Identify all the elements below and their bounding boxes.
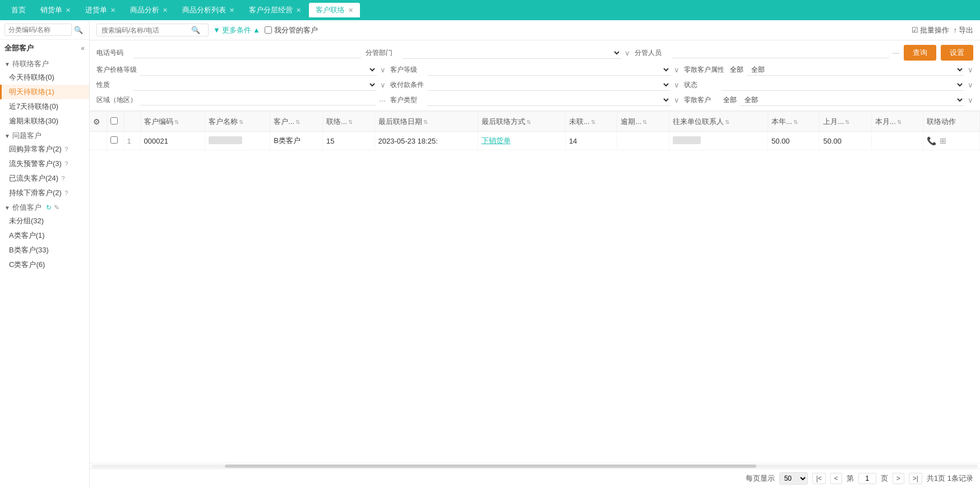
region-label: 区域（地区） <box>96 95 137 105</box>
more-action-icon[interactable]: ⊞ <box>940 136 946 145</box>
sidebar-group-value-customers[interactable]: ▼ 价值客户 ↻ ✎ <box>0 200 89 214</box>
sidebar-group-problem-customers[interactable]: ▼ 问题客户 <box>0 128 89 142</box>
nav-product-analysis-list[interactable]: 商品分析列表 ✕ <box>175 3 241 17</box>
col-contact: 联络... ⇅ <box>323 112 375 132</box>
filter-customer-level: 客户等级 ∨ <box>390 64 679 76</box>
payment-terms-label: 收付款条件 <box>390 80 424 90</box>
sort-icon-overdue[interactable]: ⇅ <box>642 119 647 125</box>
sort-icon-contact[interactable]: ⇅ <box>348 119 353 125</box>
sort-icon[interactable]: ⇅ <box>174 119 179 125</box>
last-page-btn[interactable]: >| <box>909 473 922 484</box>
select-all-checkbox[interactable] <box>110 117 118 125</box>
scrollbar-thumb[interactable] <box>225 464 756 468</box>
settings-icon[interactable]: ⚙ <box>93 117 100 126</box>
filter-row-1: 电话号码 分管部门 ∨ 分管人员 ··· 查询 设置 <box>96 45 973 61</box>
filter-phone: 电话号码 <box>96 48 361 58</box>
sidebar-item-class-a[interactable]: A类客户(1) <box>0 228 89 243</box>
manager-input[interactable] <box>672 48 889 58</box>
nature-select[interactable] <box>133 79 377 91</box>
status-select[interactable] <box>721 79 964 91</box>
per-page-select[interactable]: 50 10 20 100 <box>779 472 808 485</box>
sidebar-group-pending-contact[interactable]: ▼ 待联络客户 <box>0 57 89 70</box>
search-icon[interactable]: 🔍 <box>191 26 200 34</box>
row-num: 1 <box>123 132 140 150</box>
export-btn[interactable]: ↑ 导出 <box>954 25 974 35</box>
filter-scatter-attr: 零散客户属性 全部 全部 ∨ <box>684 64 973 76</box>
sort-icon-this-month[interactable]: ⇅ <box>897 119 902 125</box>
prev-page-btn[interactable]: < <box>830 473 842 484</box>
sort-icon-name[interactable]: ⇅ <box>239 119 243 125</box>
scatter-attr-label: 零散客户属性 <box>684 65 724 75</box>
advanced-filter-panel: 电话号码 分管部门 ∨ 分管人员 ··· 查询 设置 <box>90 40 980 111</box>
col-unit-contact: 往来单位联系人 ⇅ <box>669 112 768 132</box>
row-checkbox <box>107 132 123 150</box>
call-action-icon[interactable]: 📞 <box>927 136 936 145</box>
nav-customer-tiering[interactable]: 客户分层经营 ✕ <box>242 3 308 17</box>
nature-label: 性质 <box>96 80 130 90</box>
first-page-btn[interactable]: |< <box>812 473 826 484</box>
sort-icon-type[interactable]: ⇅ <box>295 119 300 125</box>
sort-icon-no-contact[interactable]: ⇅ <box>591 119 595 125</box>
close-sales-order-icon[interactable]: ✕ <box>66 7 71 14</box>
scatter-customer-select[interactable]: 全部 <box>740 94 964 106</box>
sort-icon-date[interactable]: ⇅ <box>423 119 428 125</box>
customer-level-select[interactable] <box>427 64 671 76</box>
close-customer-contact-icon[interactable]: ✕ <box>348 7 353 14</box>
sidebar-item-tomorrow-contact[interactable]: 明天待联络(1) <box>0 85 89 99</box>
manager-dots-icon[interactable]: ··· <box>893 48 899 57</box>
phone-input[interactable] <box>133 48 361 58</box>
sort-icon-last-month[interactable]: ⇅ <box>845 119 849 125</box>
nav-product-analysis[interactable]: 商品分析 ✕ <box>123 3 174 17</box>
price-level-select[interactable] <box>140 64 377 76</box>
close-customer-tiering-icon[interactable]: ✕ <box>296 7 301 14</box>
scatter-attr-select[interactable]: 全部 <box>747 64 964 76</box>
page-number-input[interactable] <box>858 473 876 484</box>
my-customers-checkbox[interactable] <box>265 26 272 34</box>
sidebar-item-class-c[interactable]: C类客户(6) <box>0 257 89 272</box>
payment-terms-select[interactable] <box>427 79 671 91</box>
dept-select[interactable] <box>403 47 621 59</box>
sidebar-search-input[interactable] <box>4 24 72 36</box>
sidebar-item-repurchase-abnormal[interactable]: 回购异常客户(2) ? <box>0 142 89 156</box>
region-dots-icon[interactable]: ··· <box>379 96 386 105</box>
close-product-analysis-icon[interactable]: ✕ <box>163 7 168 14</box>
nav-purchase-order[interactable]: 进货单 ✕ <box>78 3 122 17</box>
checkbox-icon: ☑ <box>912 26 918 34</box>
sort-icon-method[interactable]: ⇅ <box>526 119 531 125</box>
main-container: 🔍 全部客户 « ▼ 待联络客户 今天待联络(0) 明天待联络(1) 近7天待联… <box>0 20 980 488</box>
nav-home[interactable]: 首页 <box>4 3 33 17</box>
region-input[interactable] <box>140 95 376 105</box>
row-select-checkbox[interactable] <box>110 136 118 144</box>
sidebar-item-churn-warning[interactable]: 流失预警客户(3) ? <box>0 156 89 171</box>
col-customer-code: 客户编码 ⇅ <box>140 112 205 132</box>
batch-operation-btn[interactable]: ☑ 批量操作 <box>912 25 949 35</box>
search-input[interactable] <box>101 26 191 34</box>
customer-type-select[interactable] <box>427 94 671 106</box>
sidebar-item-overdue-contact[interactable]: 逾期未联络(30) <box>0 114 89 128</box>
sort-icon-this-year[interactable]: ⇅ <box>793 119 798 125</box>
toolbar-right: ☑ 批量操作 ↑ 导出 <box>912 25 974 35</box>
sidebar-item-today-contact[interactable]: 今天待联络(0) <box>0 70 89 85</box>
total-records: 共1页 1条记录 <box>927 473 973 484</box>
sort-icon-unit-contact[interactable]: ⇅ <box>725 119 729 125</box>
nav-sales-order[interactable]: 销货单 ✕ <box>34 3 77 17</box>
next-page-btn[interactable]: > <box>893 473 904 484</box>
close-product-analysis-list-icon[interactable]: ✕ <box>229 7 234 14</box>
query-button[interactable]: 查询 <box>904 45 936 61</box>
sidebar-item-class-b[interactable]: B类客户(33) <box>0 243 89 257</box>
content-area: 🔍 ▼ 更多条件 ▲ 我分管的客户 ☑ 批量操作 ↑ 导出 <box>90 20 980 488</box>
sidebar-search-icon[interactable]: 🔍 <box>74 26 83 34</box>
nav-customer-contact[interactable]: 客户联络 ✕ <box>309 3 360 17</box>
top-navigation: 首页 销货单 ✕ 进货单 ✕ 商品分析 ✕ 商品分析列表 ✕ 客户分层经营 ✕ … <box>0 0 980 20</box>
customer-type-label: 客户类型 <box>390 95 424 105</box>
sidebar-item-churned[interactable]: 已流失客户(24) ? <box>0 171 89 186</box>
sidebar-all-customers[interactable]: 全部客户 « <box>0 40 89 57</box>
more-conditions-btn[interactable]: ▼ 更多条件 ▲ <box>213 25 260 35</box>
sidebar-item-7days-contact[interactable]: 近7天待联络(0) <box>0 99 89 114</box>
sidebar-item-ungrouped[interactable]: 未分组(32) <box>0 214 89 228</box>
reset-button[interactable]: 设置 <box>941 45 973 61</box>
filter-customer-type: 客户类型 ∨ <box>390 94 679 106</box>
sidebar-item-declining[interactable]: 持续下滑客户(2) ? <box>0 186 89 200</box>
close-purchase-order-icon[interactable]: ✕ <box>110 7 115 14</box>
contact-method-link[interactable]: 下销货单 <box>482 136 511 145</box>
